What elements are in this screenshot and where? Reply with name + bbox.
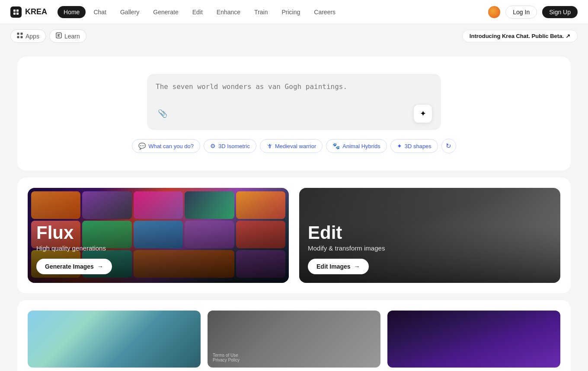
edit-card-title: Edit	[308, 223, 552, 243]
feature-cards-section: Flux High quality generations Generate I…	[17, 178, 571, 293]
pill-label-2: Medieval warrior	[275, 143, 316, 149]
pill-icon-2: 🗡	[266, 143, 272, 149]
edit-images-label: Edit Images	[316, 263, 351, 270]
brand-name: KREA	[25, 7, 47, 16]
nav-generate[interactable]: Generate	[147, 6, 184, 18]
bottom-card-3	[387, 311, 560, 368]
navbar-right: Log In Sign Up	[488, 6, 578, 19]
search-box: 📎 ✦	[147, 74, 441, 130]
refresh-icon: ↻	[446, 142, 451, 150]
search-footer: 📎 ✦	[156, 104, 432, 123]
pill-label-1: 3D Isometric	[218, 143, 250, 149]
announcement-button[interactable]: Introducing Krea Chat. Public Beta. ↗	[462, 30, 578, 42]
pill-what-can[interactable]: 💬 What can you do?	[132, 139, 200, 153]
nav-gallery[interactable]: Gallery	[114, 6, 145, 18]
pill-label-3: Animal Hybrids	[342, 143, 380, 149]
flux-card-subtitle: High quality generations	[36, 244, 280, 252]
edit-card-subtitle: Modify & transform images	[308, 244, 552, 252]
generate-images-label: Generate Images	[45, 263, 94, 270]
learn-icon	[56, 32, 62, 40]
generate-images-button[interactable]: Generate Images →	[36, 259, 112, 274]
refresh-pills-button[interactable]: ↻	[441, 139, 456, 153]
flux-card-content: Flux High quality generations Generate I…	[28, 214, 289, 283]
brand-logo[interactable]: KREA	[10, 6, 47, 18]
svg-rect-0	[13, 10, 16, 12]
flux-card: Flux High quality generations Generate I…	[28, 188, 289, 283]
svg-rect-2	[13, 13, 16, 15]
avatar	[488, 6, 500, 18]
search-input[interactable]	[156, 82, 432, 99]
privacy-link[interactable]: Privacy Policy	[213, 358, 375, 362]
attach-icon: 📎	[158, 109, 167, 118]
secondary-nav: Apps Learn Introducing Krea Chat. Public…	[0, 24, 588, 48]
nav-enhance[interactable]: Enhance	[211, 6, 246, 18]
attach-button[interactable]: 📎	[156, 107, 169, 120]
learn-label: Learn	[64, 33, 80, 40]
nav-chat[interactable]: Chat	[87, 6, 112, 18]
edit-images-button[interactable]: Edit Images →	[308, 259, 369, 274]
pill-3d-shapes[interactable]: ✦ 3D shapes	[390, 139, 438, 153]
edit-images-arrow-icon: →	[354, 263, 360, 270]
pill-animal[interactable]: 🐾 Animal Hybrids	[326, 139, 387, 153]
flux-card-title: Flux	[36, 223, 280, 243]
pill-icon-0: 💬	[138, 143, 146, 149]
apps-grid-icon	[17, 32, 23, 40]
logo-icon	[10, 6, 22, 18]
svg-rect-7	[21, 36, 23, 38]
svg-rect-6	[17, 36, 19, 38]
pill-icon-1: ⚙	[210, 143, 216, 149]
svg-rect-1	[16, 10, 19, 12]
edit-card-content: Edit Modify & transform images Edit Imag…	[299, 214, 560, 283]
search-section: 📎 ✦ 💬 What can you do? ⚙ 3D Isometric 🗡 …	[17, 57, 571, 171]
nav-edit[interactable]: Edit	[186, 6, 209, 18]
nav-train[interactable]: Train	[248, 6, 274, 18]
svg-rect-3	[16, 13, 19, 15]
nav-items: Home Chat Gallery Generate Edit Enhance …	[58, 6, 488, 18]
pill-icon-3: 🐾	[332, 143, 340, 149]
apps-button[interactable]: Apps	[10, 29, 46, 43]
suggestion-pills: 💬 What can you do? ⚙ 3D Isometric 🗡 Medi…	[132, 139, 456, 153]
nav-careers[interactable]: Careers	[308, 6, 342, 18]
terms-link[interactable]: Terms of Use	[213, 353, 375, 358]
bottom-card-1	[28, 311, 201, 368]
svg-rect-5	[21, 33, 23, 35]
edit-card: Edit Modify & transform images Edit Imag…	[299, 188, 560, 283]
apps-label: Apps	[26, 33, 39, 40]
generate-button[interactable]: ✦	[413, 104, 432, 123]
learn-button[interactable]: Learn	[49, 29, 86, 43]
signup-button[interactable]: Sign Up	[542, 6, 578, 18]
main-content: 📎 ✦ 💬 What can you do? ⚙ 3D Isometric 🗡 …	[0, 48, 588, 371]
generate-images-arrow-icon: →	[97, 263, 103, 270]
login-button[interactable]: Log In	[505, 6, 537, 19]
navbar: KREA Home Chat Gallery Generate Edit Enh…	[0, 0, 588, 24]
bottom-card-2: Terms of Use Privacy Policy	[208, 311, 380, 368]
nav-home[interactable]: Home	[58, 6, 86, 18]
pill-label-0: What can you do?	[148, 143, 194, 149]
announcement-link-icon: ↗	[566, 33, 570, 39]
pill-3d-iso[interactable]: ⚙ 3D Isometric	[204, 139, 256, 153]
svg-rect-4	[17, 33, 19, 35]
nav-pricing[interactable]: Pricing	[275, 6, 306, 18]
bottom-cards-section: Terms of Use Privacy Policy	[17, 300, 571, 371]
sparkle-icon: ✦	[420, 109, 426, 118]
pill-icon-4: ✦	[397, 143, 402, 149]
pill-label-4: 3D shapes	[405, 143, 431, 149]
pill-medieval[interactable]: 🗡 Medieval warrior	[260, 139, 323, 153]
announcement-text: Introducing Krea Chat. Public Beta.	[470, 33, 564, 39]
